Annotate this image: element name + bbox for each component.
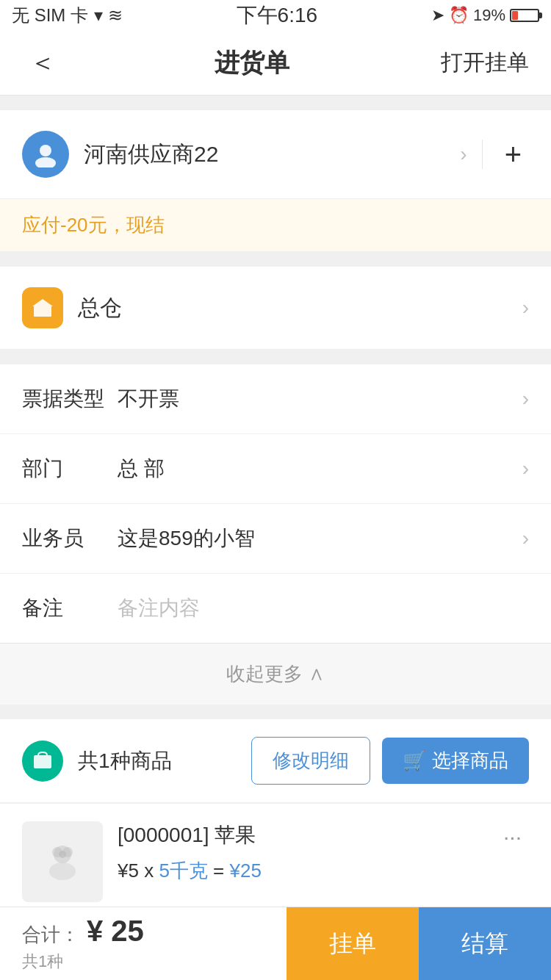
department-chevron-icon: ›: [522, 457, 529, 480]
total-label: 合计：: [22, 922, 79, 948]
product-equals: =: [213, 860, 229, 882]
remark-row[interactable]: 备注 备注内容: [0, 573, 551, 643]
form-section: 票据类型 不开票 › 部门 总 部 › 业务员 这是859的小智 › 备注 备注…: [0, 364, 551, 705]
products-section: 共1种商品 修改明细 🛒 选择商品 [0000001] 苹果 ¥5 x: [0, 719, 551, 920]
product-info: [0000001] 苹果 ¥5 x 5千克 = ¥25: [118, 821, 496, 884]
remark-label: 备注: [22, 594, 110, 622]
svg-marker-3: [32, 299, 53, 306]
supplier-avatar: [22, 131, 69, 178]
total-sub: 共1种: [22, 951, 264, 973]
status-time: 下午6:16: [237, 1, 318, 29]
section-gap-1: [0, 96, 551, 110]
page-title: 进货单: [215, 46, 289, 80]
collapse-label: 收起更多 ∧: [226, 663, 324, 685]
svg-rect-2: [34, 306, 51, 317]
products-header: 共1种商品 修改明细 🛒 选择商品: [0, 719, 551, 803]
alarm-icon: ⏰: [449, 6, 469, 25]
status-left: 无 SIM 卡 ▾ ≋: [12, 4, 123, 27]
location-icon: ➤: [431, 6, 444, 25]
nav-bar: ＜ 进货单 打开挂单: [0, 31, 551, 96]
footer: 合计： ¥ 25 共1种 挂单 结算: [0, 907, 551, 980]
department-value: 总 部: [110, 455, 522, 483]
section-gap-4: [0, 705, 551, 719]
svg-point-1: [35, 157, 56, 167]
pay-button[interactable]: 结算: [419, 907, 551, 980]
product-unit-price: ¥5: [118, 860, 139, 882]
hold-button-label: 挂单: [329, 928, 376, 960]
department-label: 部门: [22, 455, 110, 483]
battery-icon: [510, 9, 539, 22]
cart-icon: 🛒: [403, 749, 426, 772]
section-gap-2: [0, 252, 551, 267]
salesman-chevron-icon: ›: [522, 527, 529, 550]
warehouse-section[interactable]: 总仓 ›: [0, 267, 551, 349]
open-pending-button[interactable]: 打开挂单: [441, 48, 529, 78]
select-product-button[interactable]: 🛒 选择商品: [382, 738, 529, 784]
product-price: ¥5 x 5千克 = ¥25: [118, 858, 496, 884]
product-more-button[interactable]: ···: [496, 821, 529, 852]
warehouse-name: 总仓: [78, 293, 522, 323]
pay-button-label: 结算: [461, 928, 508, 960]
back-button[interactable]: ＜: [22, 37, 63, 88]
footer-total-row: 合计： ¥ 25: [22, 915, 264, 948]
products-count: 共1种商品: [78, 747, 251, 775]
wifi-icon: ▾ ≋: [94, 5, 123, 26]
warehouse-icon: [22, 287, 63, 328]
ticket-type-chevron-icon: ›: [522, 387, 529, 411]
product-quantity: 5千克: [159, 860, 207, 882]
remark-value[interactable]: 备注内容: [110, 594, 529, 622]
warehouse-chevron-icon: ›: [522, 296, 529, 320]
footer-total: 合计： ¥ 25 共1种: [0, 907, 287, 980]
add-supplier-button[interactable]: +: [497, 138, 529, 171]
product-total: ¥25: [230, 860, 262, 882]
department-row[interactable]: 部门 总 部 ›: [0, 433, 551, 503]
collapse-bar[interactable]: 收起更多 ∧: [0, 643, 551, 705]
product-thumbnail: [22, 821, 103, 902]
status-right: ➤ ⏰ 19%: [431, 6, 539, 25]
svg-rect-4: [34, 755, 51, 768]
carrier-label: 无 SIM 卡: [12, 4, 88, 27]
product-item: [0000001] 苹果 ¥5 x 5千克 = ¥25 ···: [0, 803, 551, 920]
supplier-name: 河南供应商22: [84, 140, 460, 170]
battery-percent: 19%: [473, 6, 505, 25]
supplier-divider: [482, 140, 483, 169]
ticket-type-value: 不开票: [110, 385, 522, 413]
status-bar: 无 SIM 卡 ▾ ≋ 下午6:16 ➤ ⏰ 19%: [0, 0, 551, 31]
salesman-label: 业务员: [22, 525, 110, 552]
product-name: [0000001] 苹果: [118, 821, 496, 849]
svg-point-0: [40, 145, 51, 156]
ticket-type-row[interactable]: 票据类型 不开票 ›: [0, 364, 551, 433]
notice-bar: 应付-20元，现结: [0, 199, 551, 252]
product-title: 苹果: [215, 824, 256, 846]
svg-point-9: [59, 851, 66, 858]
supplier-chevron-icon: ›: [460, 143, 467, 166]
ticket-type-label: 票据类型: [22, 385, 110, 413]
warehouse-row[interactable]: 总仓 ›: [0, 267, 551, 349]
product-code: [0000001]: [118, 824, 209, 846]
supplier-section: 河南供应商22 › + 应付-20元，现结: [0, 110, 551, 252]
notice-text: 应付-20元，现结: [22, 214, 165, 236]
salesman-value: 这是859的小智: [110, 525, 522, 552]
supplier-row[interactable]: 河南供应商22 › +: [0, 110, 551, 199]
section-gap-3: [0, 349, 551, 364]
product-multiply: x: [144, 860, 159, 882]
total-amount: ¥ 25: [87, 915, 144, 948]
edit-detail-button[interactable]: 修改明细: [251, 737, 370, 785]
hold-button[interactable]: 挂单: [287, 907, 419, 980]
products-icon: [22, 741, 63, 782]
svg-point-8: [49, 862, 76, 880]
salesman-row[interactable]: 业务员 这是859的小智 ›: [0, 503, 551, 573]
select-product-label: 选择商品: [432, 748, 508, 774]
